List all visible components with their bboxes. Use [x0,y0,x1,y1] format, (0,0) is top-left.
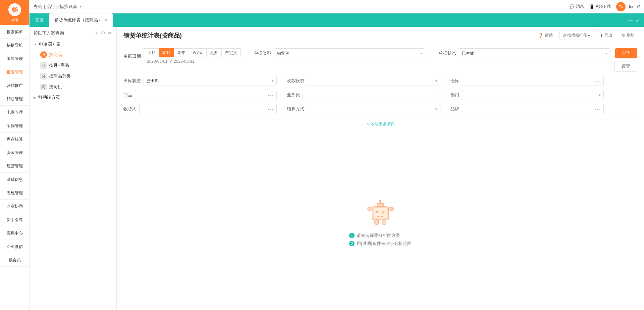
left-panel: 按以下方案查询 ＋ ⚙ ≪ ▼ 电脑端方案 按 按商品 月 按月+ [30,27,117,310]
filter-item-receiver: 收货人 ··· [123,104,277,114]
tree-arrow-mobile: ▶ [34,96,36,99]
sidebar-item-operations[interactable]: 经营管理 [0,159,29,173]
svg-point-8 [379,200,381,202]
tree-node-pc[interactable]: ▼ 电脑端方案 [30,39,116,49]
sidebar-item-quick-nav[interactable]: 快捷导航 [0,39,29,52]
svg-rect-10 [389,208,394,210]
sidebar-item-inventory[interactable]: 库存核算 [0,133,29,146]
tabs-bar: 首页 销货单统计表（按商品） × — ⤢ [30,13,644,27]
tab-maximize-icon[interactable]: ⤢ [636,17,640,23]
settlement-select[interactable]: ▾ [307,104,440,114]
left-panel-actions: ＋ ⚙ ≪ [94,30,112,36]
header-left: 办公用品行业模拟账套 ▾ [34,4,82,10]
date-btn-this-month[interactable]: 本月 [159,48,174,57]
brand-select[interactable]: ··· [462,104,604,114]
sidebar-item-ecommerce[interactable]: 电商管理 [0,106,29,119]
doc-status-arrow-icon: ▾ [605,51,607,56]
payment-status-label: 收款状态 [287,78,304,84]
sidebar-item-sales[interactable]: 销售管理 [0,92,29,106]
sidebar-item-retail[interactable]: 零售管理 [0,52,29,65]
doc-status-select[interactable]: 已生效 ▾ [459,48,610,58]
sidebar-item-wechat[interactable]: 企业微信 [0,240,29,253]
svg-rect-11 [375,220,379,224]
warehouse-select[interactable]: ··· [462,76,604,86]
help-btn[interactable]: ❓ 帮助 [536,31,555,40]
empty-state: 1 请先选择要分析的方案 2 用[过滤]条件来缩小分析范围 [349,195,411,249]
sidebar-item-marketing[interactable]: 营销推广 [0,79,29,92]
tab-sales-stat[interactable]: 销货单统计表（按商品） × [49,13,113,27]
tab-close-icon[interactable]: × [105,18,107,22]
date-btn-this-year[interactable]: 本年 [174,48,189,57]
tree-node-by-category[interactable]: 分 按商品分类 [38,71,116,82]
doc-type-select[interactable]: 销货单 ▾ [274,48,426,58]
doc-status-label: 单据状态 [439,50,456,56]
payment-status-select[interactable]: ▾ [307,76,440,86]
tree-node-by-month-product[interactable]: 月 按月+商品 [38,60,116,71]
scheme-icon-by-month: 月 [40,62,47,69]
sidebar-item-enterprise[interactable]: 企业协同 [0,200,29,213]
top-header: 办公用品行业模拟账套 ▾ 💬 消息 📱 App下载 Ea demo2 [30,0,644,13]
breadcrumb: 办公用品行业模拟账套 [34,4,77,10]
app-download-btn[interactable]: 📱 App下载 [589,4,611,9]
filter-item-sales-rep: 业务员 ··· [287,90,440,100]
tree-node-mobile[interactable]: ▶ 移动端方案 [30,92,116,102]
warehouse-label: 仓库 [450,78,459,84]
print-dropdown-btn[interactable]: 🖨 按模板打印 ▾ [559,31,593,40]
collapse-panel-icon[interactable]: ≪ [107,30,112,36]
sidebar-item-search-menu[interactable]: 搜索菜单 [0,25,29,39]
tree-label-pc: 电脑端方案 [39,41,61,47]
filter-item-date: 单据日期 上月 本月 本年 近7天 更多 自定义 2023-03-01 至 20… [123,48,240,64]
warehouse-status-select[interactable]: 已出库 ▾ [144,76,277,86]
product-select[interactable]: ··· [135,90,277,100]
logo-area[interactable]: 畅 标版 [0,0,29,25]
date-btn-7days[interactable]: 近7天 [189,48,207,57]
filter-item-warehouse: 仓库 ··· [450,76,604,86]
add-scheme-icon[interactable]: ＋ [94,30,99,36]
download-icon: 📱 [589,4,594,9]
sidebar-item-wholesale[interactable]: 批发管理 [0,65,29,79]
empty-tip-1: 1 请先选择要分析的方案 [349,232,411,239]
date-btn-last-month[interactable]: 上月 [144,48,159,57]
sidebar-item-purchase[interactable]: 采购管理 [0,119,29,133]
user-avatar-btn[interactable]: Ea demo2 [616,2,640,11]
department-label: 部门 [450,92,459,98]
product-label: 商品 [123,92,132,98]
sidebar-item-system[interactable]: 系统管理 [0,186,29,200]
svg-rect-9 [367,208,372,210]
refresh-btn[interactable]: ↻ 刷新 [619,31,637,40]
collapse-row[interactable]: ∧ 收起更多条件 [123,118,637,130]
doc-type-arrow-icon: ▾ [420,51,422,56]
tab-minimize-icon[interactable]: — [628,17,633,23]
tree-node-by-driver[interactable]: 司 按司机 [38,82,116,92]
query-btns-col: 查询 设置 [610,48,637,72]
sidebar-item-finance[interactable]: 资金管理 [0,146,29,159]
doc-type-label: 单据类型 [254,50,271,56]
export-btn[interactable]: ⬇ 导出 [597,31,615,40]
message-btn[interactable]: 💬 消息 [570,4,584,9]
svg-rect-6 [377,203,384,207]
date-btn-more[interactable]: 更多 [206,48,222,57]
sidebar-item-guide[interactable]: 新手引导 [0,213,29,226]
empty-tips: 1 请先选择要分析的方案 2 用[过滤]条件来缩小分析范围 [349,232,411,249]
receiver-select[interactable]: ··· [139,104,277,114]
sales-rep-select[interactable]: ··· [303,90,440,100]
date-selector: 上月 本月 本年 近7天 更多 自定义 [144,48,240,57]
department-select[interactable]: ▾ [462,90,604,100]
header-right: 💬 消息 📱 App下载 Ea demo2 [570,2,640,11]
tree-node-by-product[interactable]: 按 按商品 [38,49,116,60]
query-btn[interactable]: 查询 [615,48,637,58]
sidebar-item-member[interactable]: 畅会员 [0,253,29,267]
svg-point-5 [383,212,384,213]
tab-home[interactable]: 首页 [30,13,49,27]
page-title: 销货单统计表(按商品) [123,32,182,40]
date-btn-custom[interactable]: 自定义 [221,48,241,57]
filter-item-department: 部门 ▾ [450,90,604,100]
edit-scheme-icon[interactable]: ⚙ [101,30,105,36]
sidebar-item-basic[interactable]: 基础信息 [0,173,29,186]
settings-btn[interactable]: 设置 [614,61,637,72]
breadcrumb-dropdown-icon[interactable]: ▾ [80,5,82,8]
sidebar-item-apps[interactable]: 应用中心 [0,226,29,240]
page-title-bar: 销货单统计表(按商品) ❓ 帮助 🖨 按模板打印 ▾ ⬇ [117,27,644,44]
left-panel-header: 按以下方案查询 ＋ ⚙ ≪ [30,27,116,39]
svg-rect-12 [382,220,386,224]
